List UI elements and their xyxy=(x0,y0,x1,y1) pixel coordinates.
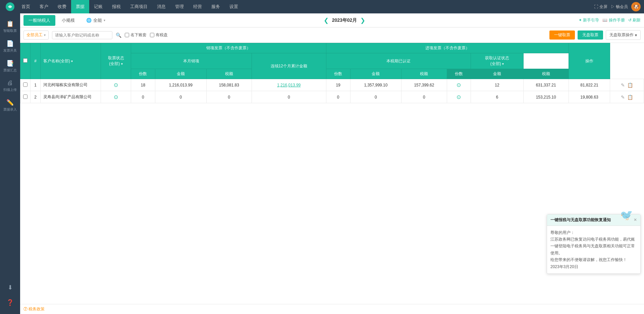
header-sales-tax: 税额 xyxy=(206,69,252,79)
sidebar-label-smart-fetch: 智能取票 xyxy=(3,28,17,33)
header-this-month-sales: 本月销项 xyxy=(131,53,252,69)
checkbox-tax-disk-input[interactable] xyxy=(150,33,154,37)
search-button[interactable]: 🔍 xyxy=(116,33,121,38)
search-input[interactable] xyxy=(52,31,112,39)
checkbox-tax-disk[interactable]: 有税盘 xyxy=(150,32,168,38)
vip-btn[interactable]: ▷ 畅会员 xyxy=(611,4,628,10)
prev-period-btn[interactable]: ❮ xyxy=(324,17,329,24)
toolbar-right: 一键取票 无盘取票 无盘取票操作 ▾ xyxy=(549,30,641,40)
header-sales-amount: 金额 xyxy=(155,69,206,79)
nav-message[interactable]: 消息 xyxy=(152,0,170,13)
sidebar-item-summary[interactable]: 📑 票据汇总 xyxy=(0,56,20,76)
sidebar-item-invoice-entry[interactable]: ✏️ 票据录入 xyxy=(0,96,20,115)
checkbox-my-accounts-label: 名下账套 xyxy=(130,32,147,38)
nav-customer[interactable]: 客户 xyxy=(35,0,53,13)
tab-right-actions: ✦ 新手引导 📖 操作手册 ↺ 刷新 xyxy=(579,17,641,23)
detail-btn[interactable]: 📋 xyxy=(627,82,633,88)
header-no: # xyxy=(31,43,41,79)
header-unc-count: 份数 xyxy=(447,69,471,79)
nav-service[interactable]: 服务 xyxy=(207,0,225,13)
nav-business[interactable]: 工商项目 xyxy=(125,0,152,13)
tab-general-taxpayer[interactable]: 一般纳税人 xyxy=(23,15,55,26)
sidebar-bottom-icon2[interactable]: ❓ xyxy=(6,296,14,311)
nav-invoice[interactable]: 票据 xyxy=(71,0,89,13)
detail-btn[interactable]: 📋 xyxy=(627,95,633,100)
row-sales-tax: 0 xyxy=(206,91,252,103)
chevron-down-icon: ▾ xyxy=(635,33,637,38)
nav-manage[interactable]: 管理 xyxy=(170,0,189,13)
one-click-fetch-btn[interactable]: 一键取票 xyxy=(549,30,575,40)
nav-home[interactable]: 首页 xyxy=(17,0,35,13)
employee-select[interactable]: 全部员工 ▾ xyxy=(23,30,49,40)
nav-fee[interactable]: 收费 xyxy=(53,0,71,13)
header-consecutive12: 连续12个月累计金额 xyxy=(252,53,326,79)
row-sales-count: 18 xyxy=(131,79,155,91)
new-guide-btn[interactable]: ✦ 新手引导 xyxy=(579,17,599,23)
tab-all[interactable]: 🌐 全能 ▾ xyxy=(81,15,110,26)
toolbar: 全部员工 ▾ 🔍 名下账套 有税盘 一键取票 无盘取票 无盘取票操作 ▾ xyxy=(20,27,644,43)
header-unc-tax: 税额 xyxy=(523,69,569,79)
period-label: 2023年02月 xyxy=(332,17,357,23)
no-disk-fetch-btn[interactable]: 无盘取票 xyxy=(578,30,603,40)
header-confirm-status[interactable]: 获取认证状态(全部) ▾ xyxy=(471,53,523,69)
notification-body: 尊敬的用户： 江苏政务网已恢复访问电子税务局功能，易代账一键登陆电子税务局与无盘… xyxy=(547,226,640,273)
edit-btn[interactable]: ✎ xyxy=(621,82,625,88)
sidebar-label-invoice-entry: 票据录入 xyxy=(3,107,17,112)
header-purchase-tax: 税额 xyxy=(401,69,447,79)
row-consecutive12[interactable]: 1,216,013.99 xyxy=(252,79,326,91)
row-unc-count: 6 xyxy=(471,91,523,103)
smart-fetch-icon: 📋 xyxy=(6,20,14,27)
row-company: 河北柯瑞栋实业有限公司 xyxy=(41,79,101,91)
row-unc-count: 12 xyxy=(471,79,523,91)
sidebar-item-scan-upload[interactable]: 🖨 扫描上传 xyxy=(0,76,20,96)
header-cancel-status[interactable]: 取票状态(全部) ▾ xyxy=(101,43,131,79)
next-period-btn[interactable]: ❯ xyxy=(360,17,365,24)
row-confirm-status: ⊙ xyxy=(447,79,471,91)
row-checkbox-1[interactable] xyxy=(23,95,28,99)
invoice-entry-icon: ✏️ xyxy=(6,99,14,106)
header-sales-count: 份数 xyxy=(131,69,155,79)
row-no: 2 xyxy=(31,91,41,103)
invoice-table: # 客户名称(全部) ▾ 取票状态(全部) ▾ 销项发票（不含作废票） 进项发票… xyxy=(20,43,644,103)
nav-bookkeeping[interactable]: 记账 xyxy=(89,0,107,13)
nav-operation[interactable]: 经营 xyxy=(189,0,207,13)
nav-settings[interactable]: 设置 xyxy=(225,0,243,13)
row-purchase-amount: 0 xyxy=(350,91,401,103)
header-company[interactable]: 客户名称(全部) ▾ xyxy=(41,43,101,79)
user-avatar[interactable]: 🐶 xyxy=(631,2,641,11)
header-purchase-count: 份数 xyxy=(326,69,350,79)
table-row: 2 灵寿县尚泽矿产品有限公司 ⊙ 0 0 0 0 0 0 0 ⊙ 6 153,2… xyxy=(20,91,644,103)
select-all-checkbox[interactable] xyxy=(23,58,28,63)
nav-tax[interactable]: 报税 xyxy=(107,0,125,13)
checkbox-my-accounts[interactable]: 名下账套 xyxy=(125,32,147,38)
sidebar-label-summary: 票据汇总 xyxy=(3,68,17,73)
no-disk-ops-btn[interactable]: 无盘取票操作 ▾ xyxy=(606,30,641,40)
tax-policy-link[interactable]: ⑦ 税务政策 xyxy=(23,306,45,312)
no-disk-ops-label: 无盘取票操作 xyxy=(609,32,634,38)
row-sales-amount: 0 xyxy=(155,91,206,103)
employee-select-label: 全部员工 xyxy=(26,32,43,38)
status-bar: ⑦ 税务政策 xyxy=(20,304,644,314)
checkbox-my-accounts-input[interactable] xyxy=(125,33,129,37)
fullscreen-btn[interactable]: ⛶ 全屏 xyxy=(594,4,607,10)
row-checkbox-cell xyxy=(20,79,31,91)
manual-btn[interactable]: 📖 操作手册 xyxy=(602,17,625,23)
sidebar-label-scan-upload: 扫描上传 xyxy=(3,87,17,92)
row-sales-tax: 158,081.83 xyxy=(206,79,252,91)
download-icon: ⬇ xyxy=(8,284,13,291)
app-logo xyxy=(3,0,17,13)
tab-small-scale[interactable]: 小规模 xyxy=(57,15,80,26)
sidebar-item-open-invoice[interactable]: 📄 发票开具 xyxy=(0,37,20,56)
header-operations: 操作 xyxy=(569,43,610,79)
notification-popup: 一键报税与无盘取票功能恢复通知 ✕ 尊敬的用户： 江苏政务网已恢复访问电子税务局… xyxy=(547,214,641,274)
sidebar-item-smart-fetch[interactable]: 📋 智能取票 xyxy=(0,17,20,37)
row-purchase-count: 0 xyxy=(326,91,350,103)
sidebar-bottom-icon1[interactable]: ⬇ xyxy=(6,280,14,296)
tab-bar: 一般纳税人 小规模 🌐 全能 ▾ ❮ 2023年02月 ❯ ✦ 新手引导 📖 操… xyxy=(20,13,644,27)
refresh-btn[interactable]: ↺ 刷新 xyxy=(628,17,641,23)
row-no: 1 xyxy=(31,79,41,91)
edit-btn[interactable]: ✎ xyxy=(621,95,625,100)
chevron-down-icon: ▾ xyxy=(44,33,46,37)
row-checkbox-0[interactable] xyxy=(23,82,28,87)
nav-right: ⛶ 全屏 ▷ 畅会员 🐶 xyxy=(594,2,641,11)
